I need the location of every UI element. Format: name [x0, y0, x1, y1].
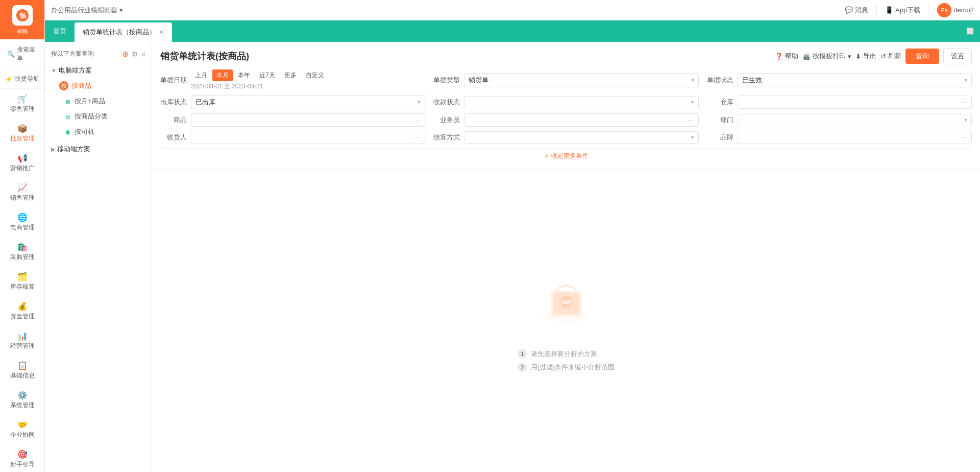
schema-item-by-cashier[interactable]: ▣ 按司机 — [45, 124, 152, 139]
tab-close-button[interactable]: ✕ — [159, 29, 164, 36]
tab-home[interactable]: 首页 — [45, 20, 75, 42]
by-product-label: 按商品 — [71, 81, 91, 90]
sidebar-item-enterprise[interactable]: 🤝 企业协同 — [0, 415, 44, 444]
sidebar-item-newbie[interactable]: 🎯 新手引导 — [0, 444, 44, 472]
sidebar-item-wholesale[interactable]: 📦 批发管理 — [0, 119, 44, 148]
schema-item-by-product[interactable]: 按 按商品 — [45, 78, 152, 93]
export-button[interactable]: ⬇ 导出 — [855, 52, 876, 61]
sidebar-item-marketing[interactable]: 📢 营销推广 — [0, 148, 44, 178]
operation-label: 经营管理 — [10, 342, 35, 350]
desktop-group-label: 电脑端方案 — [59, 66, 92, 75]
mobile-group-header[interactable]: ▶ 移动端方案 — [45, 141, 152, 157]
doc-status-control[interactable]: 已生效 ▾ — [738, 73, 972, 87]
filter-row-3: 商品 ··· 业务员 ··· 部门 — [160, 113, 972, 127]
enterprise-icon: 🤝 — [17, 420, 28, 430]
schema-settings-button[interactable]: ⚙ — [132, 50, 138, 58]
date-tab-this-month[interactable]: 本月 — [212, 69, 233, 81]
doc-status-arrow: ▾ — [964, 77, 967, 84]
collapse-bar[interactable]: ∧ 收起更多条件 — [160, 148, 972, 163]
separator — [876, 5, 877, 15]
sidebar-item-inventory[interactable]: 🗂️ 库存核算 — [0, 267, 44, 296]
download-icon: 📱 — [885, 6, 893, 14]
date-tab-last-month[interactable]: 上月 — [191, 69, 211, 81]
desktop-group-header[interactable]: ▼ 电脑端方案 — [45, 63, 152, 78]
nav-icon: ⚡ — [5, 76, 13, 83]
settings-button[interactable]: 设置 — [943, 48, 972, 64]
salesperson-filter-item: 业务员 ··· — [433, 113, 698, 127]
out-status-control[interactable]: 已出库 ▾ — [191, 95, 425, 109]
industry-selector[interactable]: 办公用品行业模拟账套 ▾ — [51, 6, 123, 15]
product-dots: ··· — [415, 116, 421, 124]
date-tab-custom[interactable]: 自定义 — [302, 69, 328, 81]
sidebar-item-sales[interactable]: 📈 销售管理 — [0, 178, 44, 207]
print-button[interactable]: 🖨️ 按模板打印 ▾ — [802, 52, 851, 61]
department-control[interactable]: ▾ — [738, 114, 972, 126]
date-tab-this-year[interactable]: 本年 — [234, 69, 254, 81]
print-label: 按模板打印 — [813, 52, 846, 61]
marketing-icon: 📢 — [17, 153, 28, 163]
sidebar-item-operation[interactable]: 📊 经营管理 — [0, 326, 44, 356]
desktop-group-arrow: ▼ — [51, 67, 57, 74]
sidebar-item-system[interactable]: ⚙️ 系统管理 — [0, 385, 44, 415]
date-tabs: 上月 本月 本年 近7天 更多 自定义 — [191, 69, 425, 81]
purchase-label: 采购管理 — [10, 253, 35, 262]
date-tab-more[interactable]: 更多 — [280, 69, 301, 81]
user-name: demo2 — [953, 6, 974, 14]
sidebar: 畅 标账 🔍 搜索菜单 ⚡ 快捷导航 🛒 零售管理 📦 批发管理 📢 营销推广 — [0, 0, 45, 472]
message-button[interactable]: 💬 消息 — [845, 6, 868, 15]
sidebar-item-finance[interactable]: 💰 资金管理 — [0, 296, 44, 326]
search-icon: 🔍 — [7, 51, 15, 58]
help-button[interactable]: ❓ 帮助 — [775, 52, 798, 61]
doc-type-label: 单据类型 — [433, 76, 460, 85]
sidebar-item-ecommerce[interactable]: 🌐 电商管理 — [0, 207, 44, 237]
app-download-button[interactable]: 📱 App下载 — [885, 6, 920, 15]
inventory-icon: 🗂️ — [17, 272, 28, 281]
schema-item-by-category[interactable]: ▤ 按商品分类 — [45, 109, 152, 124]
ecommerce-icon: 🌐 — [17, 213, 28, 222]
warehouse-control[interactable]: ··· — [738, 96, 972, 109]
user-avatar: Ea — [937, 3, 951, 17]
consignee-control[interactable]: ··· — [191, 131, 425, 144]
refresh-button[interactable]: ↺ 刷新 — [880, 52, 901, 61]
sidebar-item-retail[interactable]: 🛒 零售管理 — [0, 89, 44, 119]
user-initial: Ea — [941, 7, 948, 13]
query-button[interactable]: 查询 — [905, 49, 939, 64]
out-status-filter-item: 出库状态 已出库 ▾ — [160, 95, 425, 109]
settlement-control[interactable]: ▾ — [464, 131, 698, 144]
user-menu-button[interactable]: Ea demo2 — [937, 3, 974, 17]
sidebar-item-purchase[interactable]: 🛍️ 采购管理 — [0, 237, 44, 267]
add-schema-button[interactable]: ⊕ — [122, 49, 129, 59]
empty-illustration — [535, 270, 597, 341]
sidebar-item-basic[interactable]: 📋 基础信息 — [0, 356, 44, 385]
sales-icon: 📈 — [17, 183, 28, 193]
brand-dots: ··· — [961, 133, 967, 141]
brand-control[interactable]: ··· — [738, 131, 972, 144]
out-status-label: 出库状态 — [160, 98, 187, 107]
operation-icon: 📊 — [17, 331, 28, 341]
tip1-text: 请先选择要分析的方案 — [531, 349, 597, 359]
tab-home-label: 首页 — [53, 27, 66, 36]
marketing-label: 营销推广 — [10, 164, 35, 173]
date-tab-7days[interactable]: 近7天 — [255, 69, 279, 81]
basic-label: 基础信息 — [10, 371, 35, 380]
right-panel: 销货单统计表(按商品) ❓ 帮助 🖨️ 按模板打印 ▾ ⬇ 导出 — [152, 42, 980, 472]
ecommerce-label: 电商管理 — [10, 223, 35, 232]
doc-type-control[interactable]: 销货单 ▾ — [464, 73, 698, 87]
tab-report[interactable]: 销货单统计表（按商品） ✕ — [75, 22, 172, 42]
svg-rect-6 — [561, 300, 571, 304]
logo-text: 标账 — [17, 28, 28, 35]
schema-collapse-button[interactable]: « — [141, 50, 145, 58]
quick-nav-button[interactable]: ⚡ 快捷导航 — [0, 72, 44, 86]
product-control[interactable]: ··· — [191, 113, 425, 127]
salesperson-control[interactable]: ··· — [464, 113, 698, 127]
receipt-status-control[interactable]: ▾ — [464, 96, 698, 108]
mobile-group-label: 移动端方案 — [57, 145, 90, 154]
search-menu-section: 🔍 搜索菜单 — [0, 39, 44, 69]
search-menu-button[interactable]: 🔍 搜索菜单 — [5, 43, 39, 65]
doc-type-value: 销货单 — [469, 76, 689, 85]
maximize-button[interactable]: ⬜ — [966, 28, 980, 35]
collapse-label: ∧ 收起更多条件 — [544, 152, 587, 159]
schema-item-by-month-product[interactable]: ▦ 按月+商品 — [45, 93, 152, 109]
filter-row-4: 收货人 ··· 结算方式 ▾ 品牌 — [160, 131, 972, 144]
tabbar: 首页 销货单统计表（按商品） ✕ ⬜ — [45, 20, 980, 42]
